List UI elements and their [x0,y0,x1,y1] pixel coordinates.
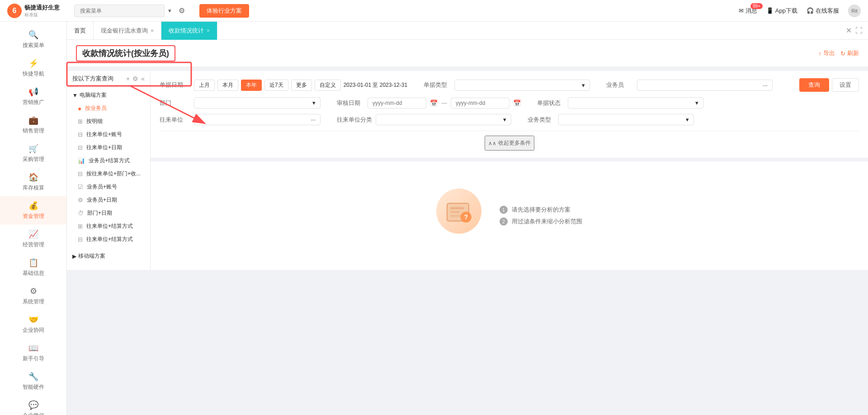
header-gear-icon[interactable]: ⚙ [179,6,185,15]
scheme-item-sales-settle[interactable]: 📊 业务员+结算方式 [67,154,150,167]
filter-row-1: 单据日期 上月 本月 本年 近7天 更多 自定义 2023-01-01 至 20… [160,78,859,92]
tab-bank-flow[interactable]: 现金银行流水查询 × [94,22,161,40]
message-btn[interactable]: ✉ 消息 99+ [739,7,757,15]
app-download-btn[interactable]: 📱 App下载 [766,7,797,15]
scheme-item-salesperson[interactable]: ● 按业务员 [67,102,150,115]
right-content: 单据日期 上月 本月 本年 近7天 更多 自定义 2023-01-01 至 20… [151,71,868,270]
sidebar-label-collab: 企业协同 [23,326,44,334]
salesperson-label: 业务员 [606,81,633,89]
scheme-item-party-date[interactable]: ⊟ 往来单位+日期 [67,141,150,154]
inventory-icon: 🏠 [28,172,38,182]
counterparty-select[interactable]: ··· [194,114,321,125]
sidebar-item-finance[interactable]: 💰 资金管理 [0,196,66,225]
review-date-to[interactable] [451,98,509,108]
sidebar-label-search: 搜索菜单 [23,42,44,49]
scheme-item-icon-4: 📊 [78,157,85,164]
win-maximize-btn[interactable]: ⛶ [855,27,863,35]
sidebar-item-basicinfo[interactable]: 📋 基础信息 [0,253,66,282]
filter-panel: 单据日期 上月 本月 本年 近7天 更多 自定义 2023-01-01 至 20… [151,71,868,158]
empty-state: ? 1 请先选择要分析的方案 2 用过滤条件来缩小分析范围 [151,161,868,270]
sidebar-item-quicknav[interactable]: ⚡ 快捷导航 [0,54,66,82]
export-btn[interactable]: ↑ 导出 [819,49,835,57]
tab-bar-right: ✕ ⛶ [840,26,868,35]
sidebar-item-collab[interactable]: 🤝 企业协同 [0,310,66,339]
page-title: 收款情况统计(按业务员) [76,45,175,61]
scheme-item-label-6: 业务员+账号 [87,183,117,191]
sidebar-item-purchase[interactable]: 🛒 采购管理 [0,139,66,168]
export-icon: ↑ [819,50,822,57]
salesperson-select[interactable]: ··· [637,80,773,91]
scheme-item-party-account[interactable]: ⊟ 往来单位+账号 [67,128,150,141]
date-btn-last-month[interactable]: 上月 [194,80,215,91]
sidebar-item-sales[interactable]: 💼 销售管理 [0,111,66,139]
scheme-item-label-1: 按明细 [86,118,103,125]
scheme-collapse-btn[interactable]: « [141,75,145,82]
dept-select[interactable]: ▾ [194,97,321,108]
sidebar-item-operations[interactable]: 📈 经营管理 [0,225,66,253]
scheme-item-party-settle2[interactable]: ⊟ 往来单位+结算方式 [67,233,150,246]
doc-status-select[interactable]: ▾ [568,97,703,108]
salesperson-more-icon[interactable]: ··· [763,82,768,89]
date-btn-7days[interactable]: 近7天 [264,80,288,91]
online-service-btn[interactable]: 🎧 在线客服 [807,7,839,15]
filter-actions: 查询 设置 [799,78,859,92]
counterparty-cat-select[interactable]: ▾ [376,114,511,125]
tab-bank-flow-close[interactable]: × [151,28,154,34]
tab-collection-close[interactable]: × [207,28,210,34]
user-avatar[interactable]: Rit [848,5,861,17]
scheme-group-mobile-title[interactable]: ▶ 移动端方案 [67,250,150,263]
refresh-btn[interactable]: ↻ 刷新 [840,49,859,57]
doc-status-filter: 单据状态 ▾ [537,97,703,108]
scheme-group-desktop-title[interactable]: ▼ 电脑端方案 [67,89,150,102]
scheme-settings-btn[interactable]: ⚙ [132,75,138,82]
logo-text: 畅捷通好生意 [24,4,60,12]
scheme-item-label-0: 按业务员 [85,104,107,112]
date-btn-this-year[interactable]: 本年 [241,80,262,91]
sidebar-item-guide[interactable]: 📖 新手引导 [0,339,66,367]
sidebar-item-marketing[interactable]: 📢 营销推广 [0,82,66,111]
date-btn-custom[interactable]: 自定义 [315,80,341,91]
sidebar-item-system[interactable]: ⚙ 系统管理 [0,282,66,310]
calendar-icon-from[interactable]: 📅 [430,99,438,107]
sidebar-item-wechat[interactable]: 💬 企业微信 [0,396,66,415]
date-btn-more[interactable]: 更多 [291,80,312,91]
header-dropdown-btn[interactable]: ▾ [168,7,171,14]
scheme-item-dept-date[interactable]: ⏱ 部门+日期 [67,207,150,220]
scheme-item-label-4: 业务员+结算方式 [89,157,130,165]
date-btn-this-month[interactable]: 本月 [217,80,238,91]
tab-collection-stats[interactable]: 收款情况统计 × [161,22,217,40]
doc-type-select[interactable]: ▾ [454,80,590,91]
sales-icon: 💼 [28,115,38,125]
scheme-item-party-settle1[interactable]: ⊞ 往来单位+结算方式 [67,220,150,233]
counterparty-more-btn[interactable]: ··· [311,116,316,123]
query-btn[interactable]: 查询 [799,78,829,92]
scheme-item-sales-date[interactable]: ⚙ 业务员+日期 [67,193,150,207]
settings-btn[interactable]: 设置 [832,78,859,92]
filter-row-3: 往来单位 ··· 往来单位分类 ▾ [160,114,859,125]
scheme-item-sales-account[interactable]: ☑ 业务员+账号 [67,180,150,193]
sidebar: 🔍 搜索菜单 ⚡ 快捷导航 📢 营销推广 💼 销售管理 🛒 采购管理 🏠 库存核… [0,22,67,415]
header-search-input[interactable] [74,5,165,17]
review-date-from[interactable] [368,98,426,108]
scheme-item-detail[interactable]: ⊞ 按明细 [67,115,150,128]
doc-type-label: 单据类型 [424,81,451,89]
scheme-item-icon-3: ⊟ [78,144,83,151]
counterparty-cat-chevron: ▾ [503,116,506,123]
collapse-more-btn[interactable]: ∧∧ 收起更多条件 [485,136,534,151]
counterparty-cat-filter: 往来单位分类 ▾ [337,114,511,125]
tab-home[interactable]: 首页 [67,22,94,40]
sidebar-item-inventory[interactable]: 🏠 库存核算 [0,168,66,196]
svg-rect-3 [450,215,462,217]
system-icon: ⚙ [30,286,37,296]
sidebar-label-marketing: 营销推广 [23,99,44,106]
calendar-icon-to[interactable]: 📅 [513,99,521,107]
doc-status-label: 单据状态 [537,99,564,107]
scheme-add-btn[interactable]: + [126,75,130,82]
biz-type-select[interactable]: ▾ [558,114,694,125]
sidebar-item-hardware[interactable]: 🔧 智能硬件 [0,367,66,396]
scheme-item-party-dept[interactable]: ⊟ 按往来单位+部门+收... [67,167,150,180]
win-close-btn[interactable]: ✕ [846,26,852,35]
edition-label: 标准版 [24,12,60,18]
trial-btn[interactable]: 体验行业方案 [199,4,249,18]
sidebar-item-search[interactable]: 🔍 搜索菜单 [0,25,66,54]
